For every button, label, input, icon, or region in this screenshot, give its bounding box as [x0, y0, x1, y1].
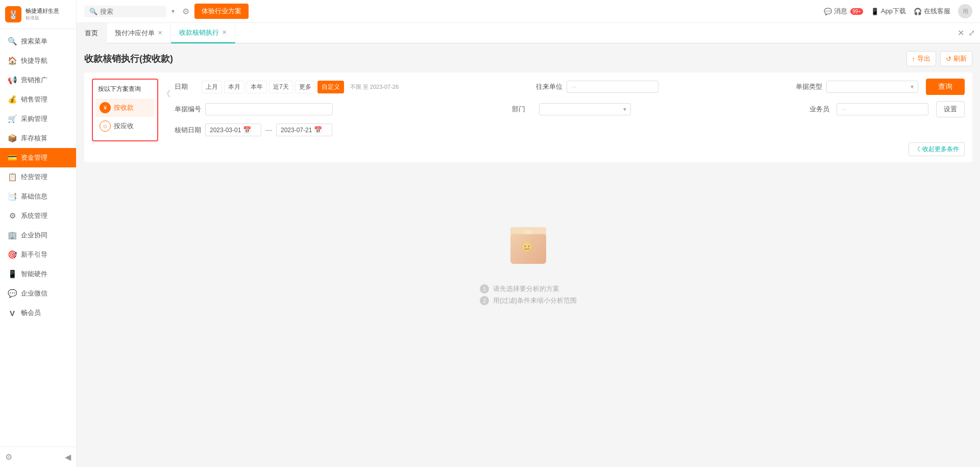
solution-button[interactable]: 体验行业方案	[194, 4, 249, 19]
bill-no-input[interactable]	[205, 103, 333, 115]
topbar-chevron-icon[interactable]: ▾	[172, 8, 175, 15]
sidebar-item-guide[interactable]: 🎯 新手引导	[0, 245, 76, 264]
sidebar-item-wechat[interactable]: 💬 企业微信	[0, 284, 76, 303]
verify-date-end[interactable]: 2023-07-21 📅	[276, 124, 332, 136]
footer-settings-icon[interactable]: ⚙	[5, 452, 12, 462]
refresh-button[interactable]: ↺ 刷新	[940, 51, 972, 66]
sidebar-item-hardware[interactable]: 📱 智能硬件	[0, 264, 76, 284]
sidebar-item-inventory[interactable]: 📦 库存核算	[0, 129, 76, 148]
sidebar-menu: 🔍 搜索菜单 🏠 快捷导航 📢 营销推广 💰 销售管理 🛒 采购管理 📦 库存核…	[0, 29, 76, 447]
quick-nav-icon: 🏠	[8, 56, 17, 65]
app-download-item[interactable]: 📱 App下载	[871, 7, 906, 16]
page-actions: ↑ 导出 ↺ 刷新	[906, 51, 973, 66]
date-hint: 不限 至 2023-07-26	[350, 83, 399, 91]
sidebar-item-basic-info[interactable]: 📑 基础信息	[0, 187, 76, 206]
sidebar-item-label: 企业协同	[21, 231, 47, 240]
sidebar-item-label: 企业微信	[21, 289, 47, 298]
collapse-icon: 《	[914, 145, 920, 154]
sidebar-item-search-menu[interactable]: 🔍 搜索菜单	[0, 32, 76, 51]
collapse-arrow-icon[interactable]: 《	[162, 89, 170, 100]
date-btn-7days[interactable]: 近7天	[269, 81, 293, 93]
sidebar-item-finance[interactable]: 💳 资金管理	[0, 148, 76, 167]
empty-hints: 1 请先选择要分析的方案 2 用[过滤]条件来缩小分析范围	[480, 284, 576, 308]
sidebar-item-label: 智能硬件	[21, 269, 47, 279]
user-avatar[interactable]: 用	[958, 4, 972, 18]
basic-info-icon: 📑	[8, 192, 17, 201]
tab-prepay-label: 预付冲应付单	[115, 29, 155, 38]
receipt-option-icon: ¥	[100, 102, 111, 113]
settings-button[interactable]: 设置	[936, 101, 965, 117]
verify-start-calendar-icon[interactable]: 📅	[243, 126, 251, 134]
enterprise-icon: 🏢	[8, 231, 17, 240]
sidebar-item-label: 资金管理	[21, 153, 47, 162]
sidebar-item-enterprise[interactable]: 🏢 企业协同	[0, 226, 76, 245]
counterpart-select[interactable]: ···	[567, 81, 658, 93]
sidebar-item-system[interactable]: ⚙ 系统管理	[0, 206, 76, 226]
footer-collapse-icon[interactable]: ◀	[65, 452, 71, 462]
verify-end-value: 2023-07-21	[281, 127, 312, 134]
filter-option-receipt[interactable]: ¥ 按收款	[95, 99, 155, 117]
counterpart-dots: ···	[571, 83, 576, 90]
verify-date-field: 核销日期 2023-03-01 📅 — 2023-07-21 📅	[175, 124, 332, 136]
date-shortcuts: 上月 本月 本年 近7天 更多 自定义	[202, 81, 344, 93]
date-btn-this-year[interactable]: 本年	[247, 81, 267, 93]
sidebar-item-label: 系统管理	[21, 211, 47, 220]
search-icon: 🔍	[89, 8, 97, 15]
query-button[interactable]: 查询	[926, 79, 965, 95]
tab-close-all-icon[interactable]: ✕	[958, 28, 964, 38]
topbar-search-box[interactable]: 🔍	[84, 6, 166, 17]
salesman-select[interactable]: ···	[837, 103, 928, 115]
sidebar: 🐰 畅捷通好生意 标准版 🔍 搜索菜单 🏠 快捷导航 📢 营销推广 💰 销售管理…	[0, 0, 77, 467]
sales-icon: 💰	[8, 95, 17, 104]
topbar-gear-icon[interactable]: ⚙	[182, 7, 189, 16]
operation-icon: 📋	[8, 173, 17, 182]
sidebar-item-operation[interactable]: 📋 经营管理	[0, 167, 76, 187]
bill-type-label: 单据类型	[796, 82, 822, 91]
verify-date-start[interactable]: 2023-03-01 📅	[205, 124, 261, 136]
export-button[interactable]: ↑ 导出	[906, 51, 937, 66]
sidebar-item-quick-nav[interactable]: 🏠 快捷导航	[0, 51, 76, 70]
counterpart-label: 往来单位	[536, 82, 562, 91]
collapse-label: 收起更多条件	[922, 145, 959, 154]
sidebar-item-label: 库存核算	[21, 134, 47, 143]
online-service-item[interactable]: 🎧 在线客服	[914, 7, 950, 16]
salesman-field: 业务员 ···	[810, 103, 928, 115]
sidebar-item-sales[interactable]: 💰 销售管理	[0, 90, 76, 109]
tab-receipt-close-icon[interactable]: ✕	[222, 29, 227, 36]
app-icon: 📱	[871, 8, 879, 15]
date-btn-this-month[interactable]: 本月	[224, 81, 244, 93]
bill-type-select[interactable]: ▾	[826, 81, 918, 93]
page-title: 收款核销执行(按收款)	[84, 53, 173, 65]
sidebar-item-member[interactable]: V 畅会员	[0, 303, 76, 323]
app-download-label: App下载	[881, 7, 906, 16]
filter-collapse-btn[interactable]: 《	[158, 79, 175, 100]
sidebar-item-purchase[interactable]: 🛒 采购管理	[0, 109, 76, 129]
verify-date-label: 核销日期	[175, 126, 201, 135]
marketing-icon: 📢	[8, 76, 17, 85]
search-input[interactable]	[100, 8, 161, 15]
verify-end-calendar-icon[interactable]: 📅	[314, 126, 322, 134]
filter-option-receivable[interactable]: ○ 按应收	[95, 117, 155, 135]
tab-prepay-close-icon[interactable]: ✕	[158, 30, 162, 36]
topbar-right: 💬 消息 99+ 📱 App下载 🎧 在线客服 用	[824, 4, 972, 18]
export-icon: ↑	[912, 55, 916, 63]
date-btn-last-month[interactable]: 上月	[202, 81, 222, 93]
sidebar-item-label: 采购管理	[21, 114, 47, 124]
date-btn-more[interactable]: 更多	[295, 81, 315, 93]
dept-select[interactable]: ▾	[539, 103, 631, 115]
message-item[interactable]: 💬 消息 99+	[824, 7, 863, 16]
salesman-label: 业务员	[810, 105, 832, 114]
hint-num-2: 2	[480, 296, 489, 305]
tab-home[interactable]: 首页	[77, 23, 107, 43]
collapse-more-btn[interactable]: 《 收起更多条件	[909, 142, 965, 156]
tab-receipt[interactable]: 收款核销执行 ✕	[171, 23, 235, 43]
filter-sidebar: 按以下方案查询 ¥ 按收款 ○ 按应收	[92, 79, 158, 141]
tab-expand-icon[interactable]: ⤢	[968, 28, 975, 38]
empty-hint-1: 1 请先选择要分析的方案	[480, 284, 576, 293]
tab-prepay[interactable]: 预付冲应付单 ✕	[107, 23, 171, 43]
sidebar-item-marketing[interactable]: 📢 营销推广	[0, 70, 76, 90]
date-field: 日期 上月 本月 本年 近7天 更多 自定义 不限 至 2023-07-26	[175, 81, 399, 93]
logo-area: 🐰 畅捷通好生意 标准版	[0, 0, 76, 29]
date-btn-custom[interactable]: 自定义	[317, 81, 344, 93]
bill-no-field: 单据编号	[175, 103, 333, 115]
